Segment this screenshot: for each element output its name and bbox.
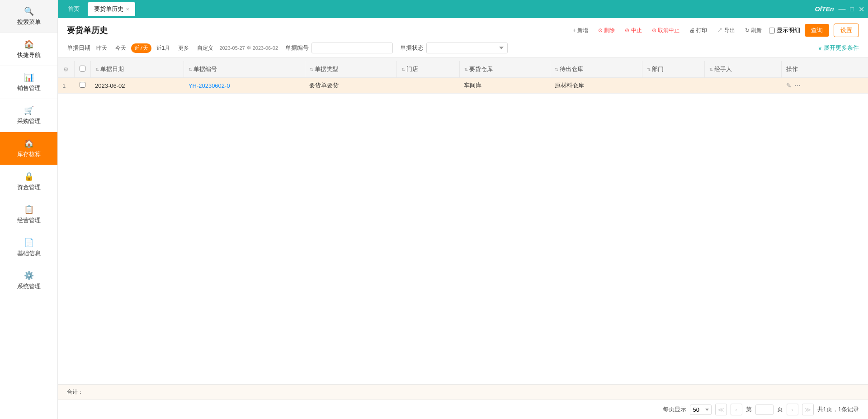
th-label-store: 门店: [406, 65, 418, 73]
sidebar-item-inventory[interactable]: 🏠库存核算: [0, 132, 57, 165]
date-range-display: 2023-05-27 至 2023-06-02: [219, 45, 278, 52]
row-doc-number: YH-20230602-0: [184, 78, 305, 94]
doc-number-filter-group: 单据编号: [285, 43, 393, 53]
th-doc_type[interactable]: ⇅单据类型: [305, 61, 396, 78]
window-min-btn[interactable]: —: [839, 5, 846, 13]
row-checkbox-cell: [74, 78, 90, 94]
page-title-row: 要货单历史 + 新增 ⊘ 删除 ⊘ 中止 ⊘ 取消中止 🖨 打印 ↗ 导出 ↻ …: [67, 24, 859, 37]
delete-button[interactable]: ⊘ 删除: [595, 25, 618, 36]
date-btn-last1month[interactable]: 近1月: [153, 43, 174, 53]
table-area: ⚙⇅单据日期⇅单据编号⇅单据类型⇅门店⇅要货仓库⇅待出仓库⇅部门⇅经手人操作 1…: [58, 61, 868, 384]
th-doc_number[interactable]: ⇅单据编号: [184, 61, 305, 78]
print-button[interactable]: 🖨 打印: [687, 25, 710, 36]
sort-icon-doc_type: ⇅: [310, 67, 313, 72]
filter-row: 单据日期 昨天今天近7天近1月更多自定义 2023-05-27 至 2023-0…: [67, 43, 859, 53]
row-more-icon[interactable]: ⋯: [794, 82, 801, 89]
doc-number-input[interactable]: [311, 43, 393, 53]
page-last-btn[interactable]: ≫: [802, 404, 814, 415]
system-icon: ⚙️: [24, 271, 34, 281]
page-first-btn[interactable]: ≪: [715, 404, 727, 415]
th-doc_date[interactable]: ⇅单据日期: [90, 61, 184, 78]
th-label-doc_type: 单据类型: [315, 65, 338, 73]
inventory-icon: 🏠: [24, 138, 34, 148]
row-actions: ✎ ⋯: [782, 78, 868, 94]
status-select[interactable]: [426, 43, 508, 53]
th-pending_warehouse[interactable]: ⇅待出仓库: [550, 61, 642, 78]
th-label-department: 部门: [652, 65, 664, 73]
brand-label: OfTEn: [815, 5, 834, 13]
row-edit-icon[interactable]: ✎: [786, 82, 792, 89]
row-doc-date: 2023-06-02: [90, 78, 184, 94]
export-button[interactable]: ↗ 导出: [714, 25, 737, 36]
tab-bar-right: OfTEn — □ ✕: [815, 5, 864, 14]
sort-icon-doc_date: ⇅: [95, 67, 99, 72]
refresh-button[interactable]: ↻ 刷新: [742, 25, 764, 36]
operations-icon: 📋: [24, 205, 34, 214]
basic-info-icon: 📄: [24, 238, 34, 248]
date-btn-more[interactable]: 更多: [175, 43, 192, 53]
row-checkbox[interactable]: [80, 82, 85, 88]
date-btn-yesterday[interactable]: 昨天: [93, 43, 110, 53]
cancel-stop-button[interactable]: ⊘ 取消中止: [649, 25, 682, 36]
sort-icon-department: ⇅: [647, 67, 651, 72]
page-next-btn[interactable]: ›: [787, 404, 798, 415]
window-max-btn[interactable]: □: [850, 5, 854, 13]
sales-icon: 📊: [24, 72, 34, 82]
sidebar-item-quick-nav[interactable]: 🏠快捷导航: [0, 33, 57, 66]
date-btn-custom[interactable]: 自定义: [194, 43, 217, 53]
page-prev-btn[interactable]: ‹: [731, 404, 742, 415]
th-label-req_warehouse: 要货仓库: [469, 65, 493, 73]
th-label-doc_number: 单据编号: [193, 65, 217, 73]
window-close-btn[interactable]: ✕: [859, 5, 864, 14]
expand-more-btn[interactable]: ∨ 展开更多条件: [818, 44, 859, 52]
settings-button[interactable]: 设置: [834, 24, 859, 37]
tab-close-icon[interactable]: ×: [126, 6, 129, 12]
th-label-doc_date: 单据日期: [100, 65, 124, 73]
tab-requisition-history[interactable]: 要货单历史×: [88, 2, 135, 16]
status-label: 单据状态: [400, 44, 424, 52]
page-unit: 页: [777, 405, 783, 414]
th-handler[interactable]: ⇅经手人: [705, 61, 782, 78]
status-filter-group: 单据状态: [400, 43, 508, 53]
expand-chevron-icon: ∨: [818, 45, 822, 52]
sidebar-item-search-menu[interactable]: 🔍搜索菜单: [0, 0, 57, 33]
per-page-select[interactable]: 102050100: [690, 405, 712, 415]
select-all-checkbox[interactable]: [80, 66, 85, 71]
total-info: 共1页，1条记录: [817, 405, 859, 414]
add-button[interactable]: + 新增: [570, 25, 591, 36]
expand-more-label: 展开更多条件: [824, 44, 859, 52]
sidebar-item-system[interactable]: ⚙️系统管理: [0, 264, 57, 297]
stop-button[interactable]: ⊘ 中止: [622, 25, 644, 36]
query-button[interactable]: 查询: [805, 24, 829, 37]
doc-number-label: 单据编号: [285, 44, 309, 52]
doc-number-link[interactable]: YH-20230602-0: [189, 82, 230, 89]
sort-icon-handler: ⇅: [709, 67, 713, 72]
data-table: ⚙⇅单据日期⇅单据编号⇅单据类型⇅门店⇅要货仓库⇅待出仓库⇅部门⇅经手人操作 1…: [58, 61, 868, 94]
row-store: [396, 78, 459, 94]
date-filter-label: 单据日期: [67, 44, 90, 52]
table-row: 12023-06-02YH-20230602-0要货单要货车间库原材料仓库 ✎ …: [58, 78, 868, 94]
footer-total-label: 合计：: [67, 388, 83, 396]
sidebar-item-operations[interactable]: 📋经营管理: [0, 198, 57, 231]
sidebar-item-label: 快捷导航: [17, 51, 41, 59]
sidebar-item-sales[interactable]: 📊销售管理: [0, 66, 57, 99]
sidebar: 🔍搜索菜单🏠快捷导航📊销售管理🛒采购管理🏠库存核算🔒资金管理📋经营管理📄基础信息…: [0, 0, 58, 419]
date-btn-last7days[interactable]: 近7天: [131, 43, 151, 53]
settings-col-icon[interactable]: ⚙: [63, 66, 69, 73]
th-label-pending_warehouse: 待出仓库: [560, 65, 583, 73]
sidebar-item-basic-info[interactable]: 📄基础信息: [0, 231, 57, 264]
date-btn-today[interactable]: 今天: [112, 43, 129, 53]
th-department[interactable]: ⇅部门: [642, 61, 705, 78]
row-req-warehouse: 车间库: [459, 78, 550, 94]
show-detail-checkbox[interactable]: [769, 28, 775, 33]
th-store[interactable]: ⇅门店: [396, 61, 459, 78]
main-area: 首页要货单历史× OfTEn — □ ✕ 要货单历史 + 新增 ⊘ 删除 ⊘ 中…: [58, 0, 868, 419]
th-req_warehouse[interactable]: ⇅要货仓库: [459, 61, 550, 78]
row-department: [642, 78, 705, 94]
page-number-input[interactable]: 1: [755, 405, 774, 415]
tab-home[interactable]: 首页: [61, 2, 86, 16]
sidebar-item-purchase[interactable]: 🛒采购管理: [0, 99, 57, 132]
table-header-row: ⚙⇅单据日期⇅单据编号⇅单据类型⇅门店⇅要货仓库⇅待出仓库⇅部门⇅经手人操作: [58, 61, 868, 78]
sidebar-item-finance[interactable]: 🔒资金管理: [0, 165, 57, 198]
table-body: 12023-06-02YH-20230602-0要货单要货车间库原材料仓库 ✎ …: [58, 78, 868, 94]
